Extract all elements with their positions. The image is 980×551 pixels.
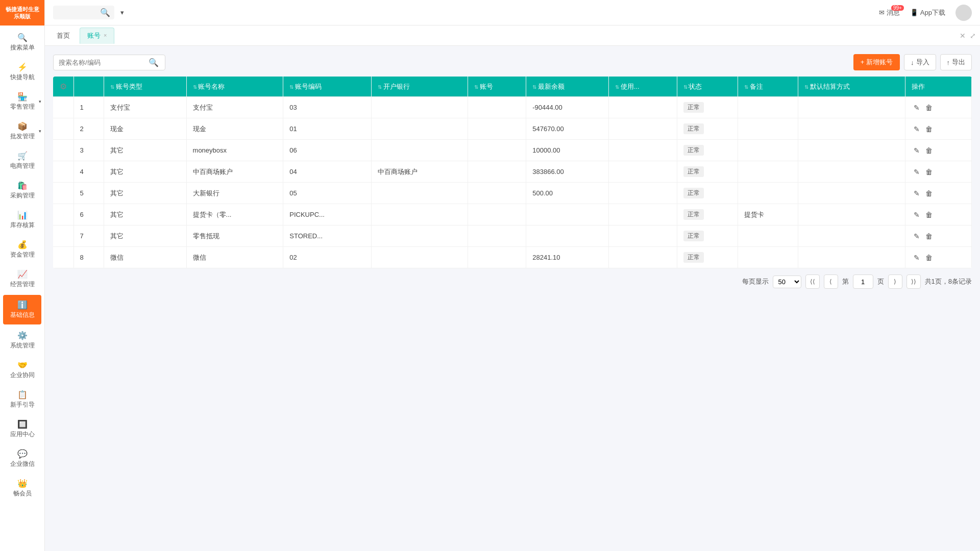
first-page-button[interactable]: ⟨⟨ xyxy=(805,274,820,289)
next-page-button[interactable]: ⟩ xyxy=(888,274,902,289)
header-search[interactable]: 🔍 xyxy=(53,6,114,19)
operations-icon: 📈 xyxy=(17,269,28,279)
table-cell: 现金 xyxy=(186,118,283,140)
table-cell xyxy=(608,183,677,204)
col-header-code[interactable]: 账号编码 xyxy=(283,77,371,97)
sidebar-item-basic-info[interactable]: ℹ️ 基础信息 xyxy=(3,295,41,324)
table-cell xyxy=(798,183,905,204)
row-settings[interactable] xyxy=(53,247,74,268)
import-button[interactable]: ↓ 导入 xyxy=(904,54,936,70)
delete-button[interactable]: 🗑 xyxy=(923,210,935,220)
row-settings[interactable] xyxy=(53,118,74,140)
sidebar-nav: 🔍 搜索菜单⚡ 快捷导航🏪 零售管理📦 批发管理🛒 电商管理🛍️ 采购管理📊 库… xyxy=(0,26,44,551)
message-icon: ✉ xyxy=(879,9,885,16)
sidebar-item-label: 企业协同 xyxy=(10,371,35,380)
message-button[interactable]: ✉ 消息 99+ xyxy=(879,8,900,17)
app-download-button[interactable]: 📱 App下载 xyxy=(910,8,945,17)
edit-button[interactable]: ✎ xyxy=(912,124,922,134)
app-icon: 📱 xyxy=(910,9,918,16)
col-header-bank[interactable]: 开户银行 xyxy=(371,77,468,97)
sidebar-item-retail[interactable]: 🏪 零售管理 xyxy=(0,87,44,116)
sidebar-item-new-guide[interactable]: 📋 新手引导 xyxy=(0,385,44,414)
add-account-button[interactable]: + 新增账号 xyxy=(853,54,900,70)
close-window-icon[interactable]: ✕ xyxy=(960,32,966,40)
col-header-balance[interactable]: 最新余额 xyxy=(526,77,609,97)
delete-button[interactable]: 🗑 xyxy=(923,124,935,134)
delete-button[interactable]: 🗑 xyxy=(923,253,935,263)
table-cell[interactable]: ✎ 🗑 xyxy=(905,118,971,140)
table-cell: 支付宝 xyxy=(186,97,283,118)
tab-home[interactable]: 首页 xyxy=(49,28,78,44)
search-box[interactable]: 🔍 xyxy=(53,55,165,70)
col-header-account[interactable]: 账号 xyxy=(468,77,526,97)
sidebar-item-operations[interactable]: 📈 经营管理 xyxy=(0,264,44,294)
row-settings[interactable] xyxy=(53,183,74,204)
delete-button[interactable]: 🗑 xyxy=(923,103,935,113)
table-cell[interactable]: ✎ 🗑 xyxy=(905,161,971,183)
table-cell[interactable]: ✎ 🗑 xyxy=(905,204,971,226)
sidebar-item-search-menu[interactable]: 🔍 搜索菜单 xyxy=(0,28,44,57)
table-cell[interactable]: ✎ 🗑 xyxy=(905,226,971,247)
col-header-type[interactable]: 账号类型 xyxy=(104,77,186,97)
edit-button[interactable]: ✎ xyxy=(912,231,922,241)
delete-button[interactable]: 🗑 xyxy=(923,231,935,241)
sidebar-item-app-center[interactable]: 🔲 应用中心 xyxy=(0,414,44,444)
col-header-remark[interactable]: 备注 xyxy=(738,77,798,97)
account-search-input[interactable] xyxy=(59,59,145,66)
col-header-name[interactable]: 账号名称 xyxy=(186,77,283,97)
sidebar-item-membership[interactable]: 👑 畅会员 xyxy=(0,473,44,503)
edit-button[interactable]: ✎ xyxy=(912,188,922,198)
wholesale-icon: 📦 xyxy=(17,121,28,131)
tab-close-icon[interactable]: × xyxy=(104,33,107,38)
table-cell: 500.00 xyxy=(526,183,609,204)
quick-nav-icon: ⚡ xyxy=(17,62,28,72)
last-page-button[interactable]: ⟩⟩ xyxy=(906,274,921,289)
export-button[interactable]: ↑ 导出 xyxy=(940,54,972,70)
sidebar-item-enterprise-agreement[interactable]: 🤝 企业协同 xyxy=(0,355,44,385)
enterprise-agreement-icon: 🤝 xyxy=(17,360,28,370)
expand-window-icon[interactable]: ⤢ xyxy=(970,32,976,40)
delete-button[interactable]: 🗑 xyxy=(923,145,935,156)
table-cell xyxy=(468,140,526,161)
table-cell xyxy=(738,247,798,268)
edit-button[interactable]: ✎ xyxy=(912,253,922,263)
row-settings[interactable] xyxy=(53,226,74,247)
sidebar-item-quick-nav[interactable]: ⚡ 快捷导航 xyxy=(0,57,44,87)
row-settings[interactable] xyxy=(53,140,74,161)
system-icon: ⚙️ xyxy=(17,331,28,340)
table-cell[interactable]: ✎ 🗑 xyxy=(905,247,971,268)
avatar[interactable] xyxy=(955,5,972,21)
sidebar-item-inventory[interactable]: 📊 库存核算 xyxy=(0,205,44,235)
table-settings-icon[interactable]: ⚙ xyxy=(60,82,67,91)
prev-page-button[interactable]: ⟨ xyxy=(824,274,838,289)
page-size-select[interactable]: 50 100 200 xyxy=(773,276,801,288)
sidebar-item-capital[interactable]: 💰 资金管理 xyxy=(0,235,44,264)
sidebar-item-wholesale[interactable]: 📦 批发管理 xyxy=(0,116,44,146)
header-dropdown[interactable]: ▾ xyxy=(120,9,124,16)
delete-button[interactable]: 🗑 xyxy=(923,188,935,198)
sidebar-item-purchase[interactable]: 🛍️ 采购管理 xyxy=(0,176,44,205)
row-settings[interactable] xyxy=(53,161,74,183)
row-settings[interactable] xyxy=(53,204,74,226)
edit-button[interactable]: ✎ xyxy=(912,103,922,113)
col-header-usage[interactable]: 使用... xyxy=(608,77,677,97)
col-header-default_settle[interactable]: 默认结算方式 xyxy=(798,77,905,97)
table-cell[interactable]: ✎ 🗑 xyxy=(905,183,971,204)
page-input[interactable] xyxy=(853,274,873,289)
row-settings[interactable] xyxy=(53,97,74,118)
sidebar-item-label: 企业微信 xyxy=(10,460,35,468)
sidebar-item-ecommerce[interactable]: 🛒 电商管理 xyxy=(0,146,44,176)
delete-button[interactable]: 🗑 xyxy=(923,167,935,177)
table-cell[interactable]: ✎ 🗑 xyxy=(905,140,971,161)
header-right: ✉ 消息 99+ 📱 App下载 xyxy=(879,5,972,21)
tab-account[interactable]: 账号× xyxy=(80,28,114,44)
header-search-input[interactable] xyxy=(57,9,98,16)
edit-button[interactable]: ✎ xyxy=(912,145,922,156)
sidebar-item-system[interactable]: ⚙️ 系统管理 xyxy=(0,325,44,355)
table-cell xyxy=(798,140,905,161)
edit-button[interactable]: ✎ xyxy=(912,167,922,177)
col-header-status[interactable]: 状态 xyxy=(677,77,738,97)
sidebar-item-enterprise-wechat[interactable]: 💬 企业微信 xyxy=(0,444,44,473)
table-cell[interactable]: ✎ 🗑 xyxy=(905,97,971,118)
edit-button[interactable]: ✎ xyxy=(912,210,922,220)
